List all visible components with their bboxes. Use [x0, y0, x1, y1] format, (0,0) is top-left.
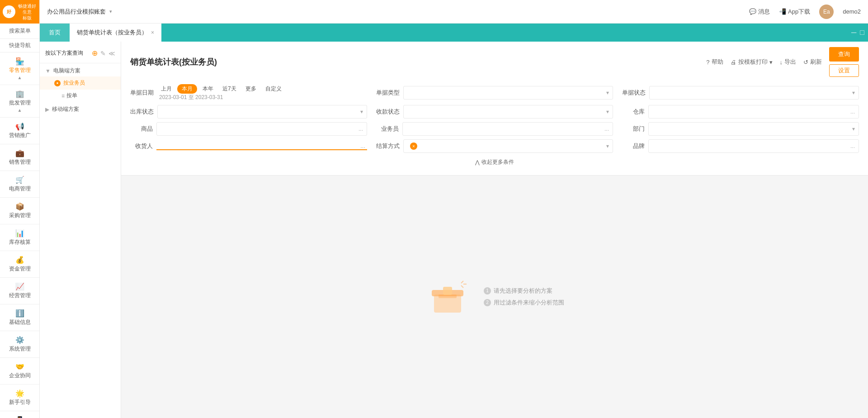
panel-header-icons: ⊕ ✎ ≪: [92, 49, 115, 57]
message-btn[interactable]: 💬 消息: [749, 8, 770, 16]
doc-type-label: 单据类型: [376, 89, 400, 97]
inventory-icon: 📊: [15, 229, 24, 238]
export-btn[interactable]: ↓ 导出: [780, 58, 797, 66]
empty-state: 1 请先选择要分析的方案 2 用过滤条件来缩小分析范围: [121, 176, 868, 418]
retail-icon: 🏪: [15, 57, 24, 66]
doc-type-select[interactable]: ▾: [403, 86, 613, 100]
stock-status-label: 出库状态: [130, 108, 154, 116]
settings-button[interactable]: 设置: [829, 64, 859, 77]
sidebar-item-retail[interactable]: 🏪 零售管理 ▲: [0, 52, 39, 85]
date-tab-thismonth[interactable]: 本月: [177, 84, 197, 94]
step2-text: 用过滤条件来缩小分析范围: [494, 297, 564, 309]
download-icon: 📲: [779, 8, 786, 15]
filter-row-4: 收货人 ... 结算方式 × ▾: [130, 139, 859, 153]
tabbar: 首页 销货单统计表（按业务员） × ─ □: [40, 24, 868, 42]
warehouse-select[interactable]: ...: [648, 105, 859, 119]
search-menu[interactable]: 搜索菜单: [0, 24, 39, 39]
tab-active[interactable]: 销货单统计表（按业务员） ×: [70, 24, 161, 42]
panel-header: 按以下方案查询 ⊕ ✎ ≪: [40, 47, 121, 61]
sidebar-item-basic[interactable]: ℹ️ 基础信息: [0, 304, 39, 331]
logo-text: 畅捷通好生意 标版: [17, 3, 37, 21]
mobile-group-header[interactable]: ▶ 移动端方案: [40, 104, 121, 115]
department-arrow: ▾: [852, 126, 855, 132]
edit-scheme-icon[interactable]: ✎: [100, 50, 106, 57]
product-label: 商品: [130, 125, 153, 133]
refresh-btn[interactable]: ↺ 刷新: [803, 58, 822, 66]
sidebar-item-apps[interactable]: 📱 应用中心: [0, 411, 39, 418]
query-button[interactable]: 查询: [829, 47, 859, 62]
payment-status-cell: 收款状态 ▾: [376, 105, 613, 119]
tab-max-btn[interactable]: □: [860, 28, 864, 37]
date-tab-more[interactable]: 更多: [242, 84, 260, 94]
marketing-icon: 📢: [15, 122, 24, 131]
app-logo[interactable]: 好 畅捷通好生意 标版: [0, 0, 39, 24]
user-name[interactable]: demo2: [843, 8, 861, 15]
app-download-btn[interactable]: 📲 App下载: [779, 8, 810, 16]
add-scheme-icon[interactable]: ⊕: [92, 49, 98, 57]
payment-status-select[interactable]: ▾: [403, 105, 613, 119]
sidebar-item-system[interactable]: ⚙️ 系统管理: [0, 331, 39, 358]
sidebar-item-operations[interactable]: 📈 经营管理: [0, 278, 39, 304]
empty-content: 1 请先选择要分析的方案 2 用过滤条件来缩小分析范围: [425, 274, 564, 319]
date-tab-custom[interactable]: 自定义: [262, 84, 285, 94]
desktop-group-header[interactable]: ▼ 电脑端方案: [40, 65, 121, 76]
doc-type-filter-cell: 单据类型 ▾: [376, 84, 613, 101]
settlement-x[interactable]: ×: [410, 142, 417, 150]
sidebar-item-finance[interactable]: 💰 资金管理: [0, 251, 39, 278]
settlement-label: 结算方式: [376, 142, 400, 150]
collapse-btn[interactable]: ⋀ 收起更多条件: [130, 157, 859, 168]
sidebar-item-wholesale[interactable]: 🏢 批发管理 ▲: [0, 85, 39, 118]
date-tab-7days[interactable]: 近7天: [219, 84, 240, 94]
consignee-dots[interactable]: ...: [360, 142, 365, 149]
svg-rect-2: [439, 294, 457, 298]
print-dropdown-icon[interactable]: ▾: [769, 59, 773, 66]
tabbar-controls: ─ □: [851, 28, 868, 37]
date-label: 单据日期: [130, 89, 154, 97]
collapse-panel-icon[interactable]: ≪: [108, 50, 115, 57]
salesperson-select[interactable]: ...: [402, 122, 613, 136]
sidebar-item-marketing[interactable]: 📢 营销推广: [0, 118, 39, 144]
stock-status-arrow: ▾: [360, 109, 363, 115]
sidebar-item-sales[interactable]: 💼 销售管理: [0, 144, 39, 171]
salesperson-dots: ...: [604, 126, 609, 132]
warehouse-label: 仓库: [622, 108, 645, 116]
quick-nav[interactable]: 快捷导航: [0, 39, 39, 52]
consignee-input[interactable]: [158, 142, 359, 149]
mobile-expand-icon: ▶: [45, 106, 49, 113]
tab-home[interactable]: 首页: [40, 24, 70, 42]
finance-icon: 💰: [15, 256, 24, 264]
refresh-icon: ↺: [803, 59, 808, 66]
export-icon: ↓: [780, 59, 783, 66]
sidebar-item-inventory[interactable]: 📊 库存核算: [0, 224, 39, 251]
sidebar-item-guide[interactable]: 🌟 新手引导: [0, 385, 39, 411]
stock-status-select[interactable]: ▾: [157, 105, 367, 119]
topbar: 办公用品行业模拟账套 ▾ 💬 消息 📲 App下载 Ea demo2: [40, 0, 868, 24]
sidebar-item-ecommerce[interactable]: 🛒 电商管理: [0, 171, 39, 198]
product-select[interactable]: ...: [156, 122, 367, 136]
print-btn[interactable]: 🖨 按模板打印 ▾: [731, 58, 773, 66]
doc-type-arrow: ▾: [606, 90, 609, 96]
tab-min-btn[interactable]: ─: [851, 28, 856, 37]
department-select[interactable]: ▾: [648, 122, 859, 136]
consignee-label: 收货人: [130, 142, 153, 150]
settlement-cell: 结算方式 × ▾: [376, 139, 613, 153]
settlement-select[interactable]: × ▾: [403, 139, 613, 153]
date-tab-lastmonth[interactable]: 上月: [157, 84, 175, 94]
help-btn[interactable]: ? 帮助: [706, 58, 723, 66]
tab-close-icon[interactable]: ×: [151, 29, 154, 36]
wholesale-icon: 🏢: [15, 90, 24, 98]
order-icon: ≡: [61, 93, 65, 99]
date-tab-thisyear[interactable]: 本年: [199, 84, 217, 94]
desktop-scheme-group: ▼ 电脑端方案 ● 按业务员 ≡ 按单: [40, 65, 121, 102]
message-icon: 💬: [749, 8, 756, 15]
brand-label: 品牌: [622, 142, 645, 150]
user-avatar[interactable]: Ea: [819, 5, 834, 19]
sidebar-item-purchase[interactable]: 📦 采购管理: [0, 198, 39, 224]
scheme-sub-item-order[interactable]: ≡ 按单: [40, 90, 121, 102]
scheme-item-salesperson[interactable]: ● 按业务员: [40, 76, 121, 90]
guide-icon: 🌟: [15, 389, 24, 398]
industry-dropdown-icon[interactable]: ▾: [109, 9, 112, 14]
doc-status-select[interactable]: ▾: [649, 86, 859, 100]
brand-select[interactable]: ...: [648, 139, 859, 153]
sidebar-item-enterprise[interactable]: 🤝 企业协同: [0, 358, 39, 385]
